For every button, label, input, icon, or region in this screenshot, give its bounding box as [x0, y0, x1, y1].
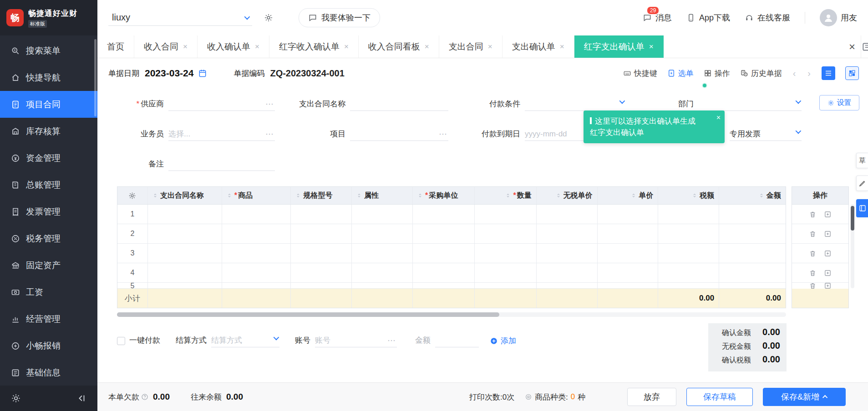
grid-cell[interactable] [222, 263, 291, 282]
sort-icon[interactable] [356, 193, 362, 198]
delete-row-icon[interactable] [809, 211, 817, 218]
grid-cell[interactable] [413, 244, 475, 263]
account-input[interactable]: 账号⋯ [315, 334, 397, 347]
gear-icon[interactable] [264, 13, 273, 22]
question-icon[interactable] [141, 393, 148, 401]
tab-list-button[interactable] [861, 35, 868, 58]
sort-icon[interactable] [295, 193, 301, 198]
sidebar-scrollbar[interactable] [94, 39, 96, 116]
grid-cell[interactable] [598, 263, 659, 282]
panel-edge-button[interactable] [856, 199, 868, 217]
doc-code-value[interactable]: ZQ-20230324-001 [270, 68, 344, 79]
list-view-toggle[interactable] [822, 66, 835, 80]
grid-cell[interactable] [537, 205, 598, 224]
pen-edge-button[interactable] [856, 175, 868, 191]
one-key-payment-toggle[interactable]: 一键付款 [117, 334, 160, 347]
tab-支出确认单[interactable]: 支出确认单× [503, 35, 574, 58]
column-header-采购单位[interactable]: 采购单位 [413, 187, 475, 204]
delete-row-icon[interactable] [809, 283, 817, 289]
vertical-scrollbar-thumb[interactable] [851, 206, 854, 231]
column-header-规格型号[interactable]: 规格型号 [291, 187, 352, 204]
sidebar-item-funds[interactable]: 资金管理 [0, 145, 97, 171]
sidebar-item-salary[interactable]: 工资 [0, 279, 97, 306]
grid-cell[interactable] [148, 205, 222, 224]
grid-cell[interactable] [222, 224, 291, 243]
tab-收入合同看板[interactable]: 收入合同看板× [359, 35, 439, 58]
grid-cell[interactable] [537, 224, 598, 243]
experience-button[interactable]: 我要体验一下 [299, 8, 380, 27]
delete-row-icon[interactable] [809, 269, 817, 277]
contract-name-input[interactable] [350, 97, 448, 111]
tab-红字支出确认单[interactable]: 红字支出确认单× [574, 35, 664, 58]
grid-cell[interactable] [222, 205, 291, 224]
copy-row-icon[interactable] [824, 250, 832, 257]
sidebar-item-reimburse[interactable]: 小畅报销 [0, 332, 97, 359]
discard-button[interactable]: 放弃 [627, 388, 676, 406]
messages-button[interactable]: 29 消息 [643, 12, 672, 23]
grid-cell[interactable] [413, 205, 475, 224]
grid-cell[interactable] [291, 263, 352, 282]
tab-红字收入确认单[interactable]: 红字收入确认单× [269, 35, 359, 58]
grid-cell[interactable] [598, 283, 659, 289]
online-service-button[interactable]: 在线客服 [745, 12, 790, 23]
grid-cell[interactable] [222, 283, 291, 289]
grid-cell[interactable] [658, 224, 719, 243]
project-input[interactable]: ⋯ [350, 127, 448, 141]
grid-cell[interactable] [413, 283, 475, 289]
grid-cell[interactable] [598, 244, 659, 263]
grid-cell[interactable] [719, 244, 786, 263]
more-icon[interactable]: ⋯ [387, 336, 396, 346]
salesman-input[interactable]: 选择...⋯ [168, 127, 275, 141]
grid-cell[interactable] [658, 283, 719, 289]
tab-close-icon[interactable]: × [488, 43, 492, 50]
copy-row-icon[interactable] [824, 230, 832, 238]
add-payment-button[interactable]: 添加 [490, 336, 516, 347]
settings-button[interactable]: 设置 [819, 95, 859, 110]
tab-close-icon[interactable]: × [560, 43, 564, 50]
save-draft-button[interactable]: 保存草稿 [686, 388, 753, 406]
supplier-input[interactable]: ⋯ [168, 97, 275, 111]
save-and-new-button[interactable]: 保存&新增 [763, 388, 846, 406]
pay-amount-input[interactable] [435, 334, 479, 347]
tab-收入合同[interactable]: 收入合同× [134, 35, 198, 58]
sidebar-settings-gear-icon[interactable] [11, 393, 21, 403]
grid-cell[interactable] [291, 224, 352, 243]
grid-cell[interactable] [598, 205, 659, 224]
sidebar-item-tax[interactable]: 税务管理 [0, 225, 97, 252]
tab-支出合同[interactable]: 支出合同× [439, 35, 503, 58]
column-header-数量[interactable]: 数量 [475, 187, 537, 204]
app-download-button[interactable]: App下载 [686, 12, 730, 23]
grid-cell[interactable] [222, 244, 291, 263]
grid-cell[interactable] [291, 205, 352, 224]
tab-close-icon[interactable]: × [183, 43, 188, 50]
delete-row-icon[interactable] [809, 250, 817, 257]
close-tab-icon[interactable]: × [843, 40, 861, 53]
grid-cell[interactable] [291, 244, 352, 263]
grid-cell[interactable] [537, 244, 598, 263]
tab-close-icon[interactable]: × [425, 43, 429, 50]
vertical-scrollbar[interactable] [851, 204, 854, 288]
grid-cell[interactable] [475, 224, 537, 243]
copy-row-icon[interactable] [824, 283, 832, 289]
grid-cell[interactable] [475, 263, 537, 282]
grid-cell[interactable] [719, 263, 786, 282]
sort-icon[interactable] [631, 193, 636, 198]
more-icon[interactable]: ⋯ [439, 129, 447, 139]
history-docs-button[interactable]: 历史单据 [740, 68, 782, 79]
more-icon[interactable]: ⋯ [265, 99, 274, 109]
sidebar-item-search[interactable]: 搜索菜单 [0, 37, 97, 64]
sort-icon[interactable] [692, 193, 697, 198]
delete-row-icon[interactable] [809, 230, 817, 238]
grid-cell[interactable] [658, 244, 719, 263]
copy-row-icon[interactable] [824, 211, 832, 218]
payment-terms-select[interactable] [525, 97, 625, 111]
column-header-属性[interactable]: 属性 [352, 187, 413, 204]
sidebar-item-inventory[interactable]: 库存核算 [0, 118, 97, 145]
column-header-支出合同名称[interactable]: 支出合同名称 [148, 187, 222, 204]
sort-icon[interactable] [227, 193, 232, 198]
grid-cell[interactable] [719, 224, 786, 243]
horizontal-scrollbar[interactable] [117, 312, 786, 317]
grid-cell[interactable] [719, 205, 786, 224]
next-doc-icon[interactable]: › [807, 68, 812, 79]
grid-cell[interactable] [352, 205, 413, 224]
